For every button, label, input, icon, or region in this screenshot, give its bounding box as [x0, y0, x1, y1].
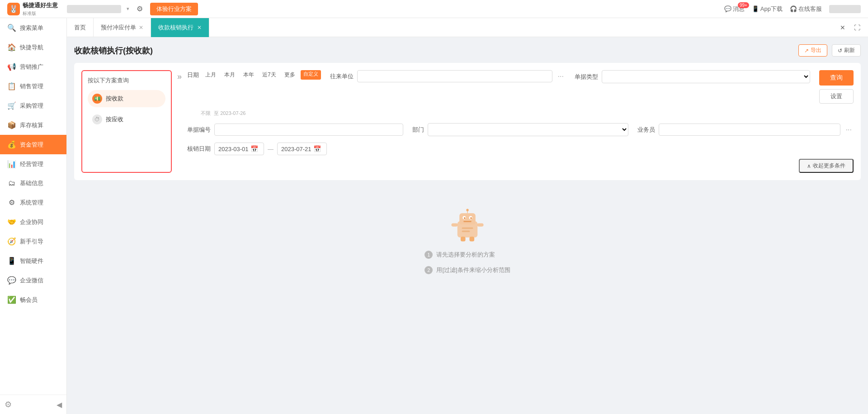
- empty-illustration: [445, 207, 490, 243]
- query-option-by-collection[interactable]: 💵 按收款: [88, 90, 165, 107]
- sidebar-bottom-gear-icon[interactable]: ⚙: [5, 400, 12, 409]
- tab-actions: ✕ ⛶: [832, 22, 868, 33]
- filter-row-2: 单据编号 部门 业务员 ···: [187, 123, 854, 136]
- verify-date-end-input[interactable]: 2023-07-21 📅: [277, 143, 327, 155]
- verify-date-label: 核销日期: [187, 145, 211, 153]
- service-icon: 🎧: [790, 5, 797, 12]
- inventory-icon: 📦: [7, 121, 16, 129]
- online-service-btn[interactable]: 🎧 在线客服: [790, 5, 822, 13]
- sidebar-item-quick-nav[interactable]: 🏠 快捷导航: [0, 38, 66, 57]
- operations-icon: 📊: [7, 160, 16, 168]
- sidebar-label-sales: 销售管理: [20, 82, 43, 90]
- tab-bar: 首页 预付冲应付单 ✕ 收款核销执行 ✕ ✕ ⛶: [67, 18, 868, 37]
- page-content: 收款核销执行(按收款) ↗ 导出 ↺ 刷新 按以下方案查询: [67, 37, 868, 414]
- sidebar-label-basic-info: 基础信息: [20, 179, 43, 187]
- sidebar-item-member[interactable]: ✅ 畅会员: [0, 290, 66, 309]
- sidebar-item-search-menu[interactable]: 🔍 搜索菜单: [0, 18, 66, 38]
- step-1-num: 1: [425, 251, 433, 259]
- service-label: 在线客服: [798, 5, 822, 13]
- tab-collection-close-icon[interactable]: ✕: [197, 24, 202, 31]
- sidebar-item-sales[interactable]: 📋 销售管理: [0, 76, 66, 96]
- cal-icon-end: 📅: [313, 145, 321, 152]
- page-header: 收款核销执行(按收款) ↗ 导出 ↺ 刷新: [74, 44, 861, 57]
- sidebar: 🔍 搜索菜单 🏠 快捷导航 📢 营销推广 📋 销售管理 🛒 采购管理 📦 库存核…: [0, 18, 67, 414]
- sidebar-bottom: ⚙ ◀: [0, 395, 66, 414]
- collapse-more-btn[interactable]: ∧ 收起更多条件: [799, 159, 854, 173]
- date-custom-tag[interactable]: 自定义: [301, 70, 321, 80]
- svg-rect-14: [462, 231, 470, 233]
- date-btn-last-month[interactable]: 上月: [203, 70, 219, 80]
- dept-select[interactable]: [428, 123, 628, 136]
- sidebar-item-operations[interactable]: 📊 经营管理: [0, 154, 66, 174]
- topbar-chevron-icon[interactable]: ▾: [127, 6, 129, 12]
- sidebar-item-basic-info[interactable]: 🗂 基础信息: [0, 174, 66, 193]
- sidebar-item-system[interactable]: ⚙ 系统管理: [0, 193, 66, 212]
- export-btn[interactable]: ↗ 导出: [798, 44, 827, 57]
- funds-icon: 💰: [7, 140, 16, 149]
- brand-edition: 标准版: [23, 10, 58, 17]
- staff-dots[interactable]: ···: [844, 126, 854, 134]
- tab-expand-btn[interactable]: ⛶: [852, 22, 863, 33]
- logo: 🐰 畅捷通好生意 标准版: [7, 1, 58, 17]
- date-btn-7days[interactable]: 近7天: [259, 70, 279, 80]
- search-menu-icon: 🔍: [7, 24, 16, 32]
- filter-verify-date-cell: 核销日期 2023-03-01 📅 — 2023-07-21 📅: [187, 143, 327, 155]
- by-receivable-label: 按应收: [106, 115, 123, 124]
- query-panel-title: 按以下方案查询: [88, 76, 165, 85]
- smart-hw-icon: 📱: [7, 257, 16, 265]
- sidebar-item-inventory[interactable]: 📦 库存核算: [0, 115, 66, 135]
- enterprise-icon: 🤝: [7, 218, 16, 226]
- sidebar-item-guide[interactable]: 🧭 新手引导: [0, 232, 66, 251]
- refresh-icon: ↺: [838, 48, 842, 54]
- industry-btn[interactable]: 体验行业方案: [150, 3, 198, 15]
- verify-date-start-value: 2023-03-01: [218, 146, 249, 152]
- tab-home[interactable]: 首页: [67, 18, 94, 37]
- filter-dept-cell: 部门: [412, 123, 628, 136]
- collapse-more-icon: ∧: [807, 163, 811, 169]
- sidebar-item-smart-hw[interactable]: 📱 智能硬件: [0, 251, 66, 271]
- sidebar-item-marketing[interactable]: 📢 营销推广: [0, 57, 66, 76]
- sidebar-item-enterprise[interactable]: 🤝 企业协同: [0, 212, 66, 232]
- topbar-blurred-user: [67, 5, 121, 13]
- docno-input[interactable]: [214, 124, 403, 136]
- doctype-select[interactable]: [602, 70, 810, 83]
- date-no-limit-note: 不限 至 2023-07-26: [201, 110, 854, 117]
- sidebar-item-wechat[interactable]: 💬 企业微信: [0, 271, 66, 290]
- date-btn-this-month[interactable]: 本月: [222, 70, 238, 80]
- refresh-btn[interactable]: ↺ 刷新: [832, 44, 861, 57]
- verify-date-start-input[interactable]: 2023-03-01 📅: [214, 143, 264, 155]
- step-2-num: 2: [425, 266, 433, 274]
- filter-date-cell: 日期 上月 本月 本年 近7天 更多 自定义: [187, 70, 321, 80]
- guide-icon: 🧭: [7, 237, 16, 246]
- page-title: 收款核销执行(按收款): [74, 45, 153, 56]
- staff-input[interactable]: [659, 124, 840, 136]
- tab-collection[interactable]: 收款核销执行 ✕: [151, 18, 209, 37]
- tab-prepay-close-icon[interactable]: ✕: [139, 24, 143, 31]
- collapse-panel-icon[interactable]: »: [177, 72, 182, 81]
- sidebar-item-purchase[interactable]: 🛒 采购管理: [0, 96, 66, 115]
- sidebar-collapse-icon[interactable]: ◀: [57, 400, 62, 409]
- tab-home-label: 首页: [74, 24, 86, 32]
- filter-row-1: 日期 上月 本月 本年 近7天 更多 自定义: [187, 70, 854, 104]
- message-icon: 💬: [724, 5, 731, 12]
- by-receivable-icon: ⏱: [92, 114, 102, 124]
- sidebar-label-marketing: 营销推广: [20, 63, 43, 71]
- counter-dots[interactable]: ···: [556, 72, 566, 81]
- svg-point-4: [464, 217, 466, 219]
- query-option-by-receivable[interactable]: ⏱ 按应收: [88, 111, 165, 128]
- topbar-gear-icon[interactable]: ⚙: [135, 4, 145, 14]
- date-btn-more[interactable]: 更多: [282, 70, 298, 80]
- query-btn[interactable]: 查询: [819, 70, 854, 86]
- sidebar-item-funds[interactable]: 💰 资金管理: [0, 135, 66, 154]
- quick-nav-icon: 🏠: [7, 43, 16, 52]
- sidebar-label-search-menu: 搜索菜单: [20, 24, 43, 32]
- tab-close-btn[interactable]: ✕: [837, 22, 848, 33]
- content-area: 首页 预付冲应付单 ✕ 收款核销执行 ✕ ✕ ⛶ 收款核销执行(按收款): [67, 18, 868, 414]
- counter-label: 往来单位: [330, 72, 354, 81]
- app-download-btn[interactable]: 📱 App下载: [752, 5, 783, 13]
- tab-prepay[interactable]: 预付冲应付单 ✕: [94, 18, 151, 37]
- settings-btn[interactable]: 设置: [819, 89, 854, 104]
- message-btn[interactable]: 💬 消息 99+: [724, 5, 745, 13]
- date-btn-this-year[interactable]: 本年: [241, 70, 257, 80]
- counter-input[interactable]: [357, 70, 552, 82]
